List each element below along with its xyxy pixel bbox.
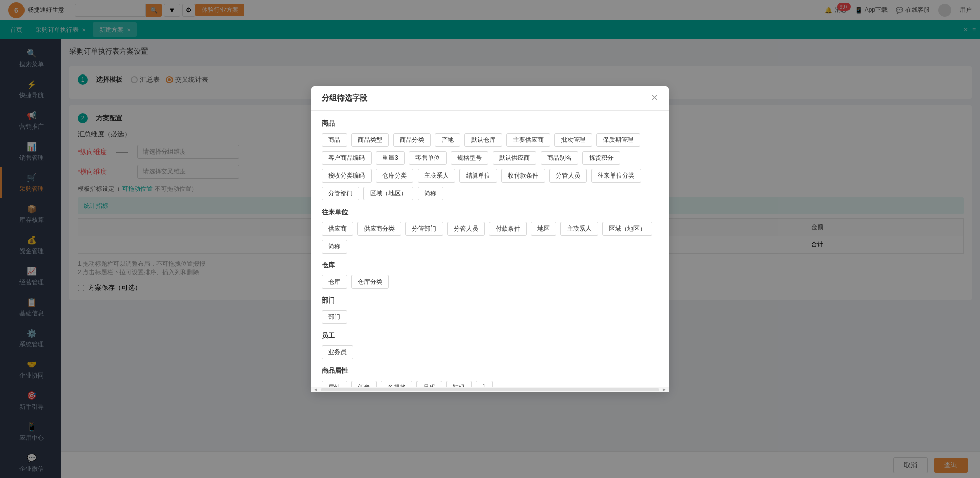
field-tag[interactable]: 分管部门: [405, 222, 443, 236]
field-tag[interactable]: 分管人员: [447, 222, 485, 236]
field-tag[interactable]: 主要供应商: [506, 133, 550, 147]
field-tag[interactable]: 商品: [322, 133, 347, 147]
field-tag[interactable]: 1: [476, 381, 493, 387]
field-tag[interactable]: 仓库分类: [351, 275, 389, 289]
field-tag[interactable]: 颜色: [351, 381, 377, 387]
field-tag[interactable]: 规格型号: [451, 151, 488, 165]
field-tag[interactable]: 结算单位: [459, 169, 497, 183]
field-tag[interactable]: 默认供应商: [493, 151, 536, 165]
field-tag[interactable]: 往来单位分类: [591, 169, 641, 183]
field-tag[interactable]: 批次管理: [554, 133, 592, 147]
field-tag[interactable]: 区域（地区）: [363, 187, 413, 200]
modal-horizontal-scrollbar[interactable]: ◄ ►: [311, 387, 669, 392]
field-tag[interactable]: 鞋码: [446, 381, 472, 387]
field-tag[interactable]: 仓库分类: [376, 169, 413, 183]
field-tag[interactable]: 税收分类编码: [322, 169, 372, 183]
modal-overlay: 分组待选字段 ✕ 商品 商品 商品类型 商品分类 产地 默认仓库 主要供应商 批…: [0, 0, 980, 478]
field-tag[interactable]: 供应商分类: [357, 222, 401, 236]
modal-title: 分组待选字段: [322, 93, 368, 103]
field-tag[interactable]: 仓库: [322, 275, 347, 289]
section-partner-title: 往来单位: [322, 208, 658, 217]
field-selection-modal: 分组待选字段 ✕ 商品 商品 商品类型 商品分类 产地 默认仓库 主要供应商 批…: [311, 86, 669, 392]
field-tag[interactable]: 属性: [322, 381, 347, 387]
field-grid-employee: 业务员: [322, 345, 658, 359]
field-tag[interactable]: 重量3: [376, 151, 405, 165]
field-tag[interactable]: 简称: [418, 187, 443, 200]
field-tag[interactable]: 付款条件: [489, 222, 527, 236]
field-tag[interactable]: 尺码: [416, 381, 442, 387]
field-tag[interactable]: 分管部门: [322, 187, 359, 200]
field-tag[interactable]: 多规格: [381, 381, 412, 387]
field-tag[interactable]: 收付款条件: [501, 169, 545, 183]
field-tag[interactable]: 业务员: [322, 345, 353, 359]
field-tag[interactable]: 区域（地区）: [602, 222, 652, 236]
field-tag[interactable]: 商品分类: [393, 133, 431, 147]
field-tag[interactable]: 默认仓库: [464, 133, 502, 147]
field-grid-warehouse: 仓库 仓库分类: [322, 275, 658, 289]
field-tag[interactable]: 产地: [435, 133, 460, 147]
field-tag[interactable]: 商品别名: [541, 151, 578, 165]
hscroll-track: [321, 388, 659, 391]
field-grid-department: 部门: [322, 310, 658, 324]
field-grid-goods: 商品 商品类型 商品分类 产地 默认仓库 主要供应商 批次管理 保质期管理 客户…: [322, 133, 658, 200]
field-tag[interactable]: 商品类型: [351, 133, 389, 147]
field-tag[interactable]: 分管人员: [549, 169, 587, 183]
field-grid-partner: 供应商 供应商分类 分管部门 分管人员 付款条件 地区 主联系人 区域（地区） …: [322, 222, 658, 254]
section-department-title: 部门: [322, 296, 658, 305]
field-tag[interactable]: 零售单位: [409, 151, 447, 165]
field-grid-product-attr: 属性 颜色 多规格 尺码 鞋码 1: [322, 381, 658, 387]
field-tag[interactable]: 简称: [322, 240, 347, 254]
field-tag[interactable]: 客户商品编码: [322, 151, 372, 165]
modal-body: 商品 商品 商品类型 商品分类 产地 默认仓库 主要供应商 批次管理 保质期管理…: [311, 111, 669, 387]
field-tag[interactable]: 拣货积分: [582, 151, 620, 165]
section-product-attr-title: 商品属性: [322, 366, 658, 375]
section-warehouse-title: 仓库: [322, 261, 658, 270]
section-goods-title: 商品: [322, 119, 658, 128]
modal-close-icon[interactable]: ✕: [651, 93, 658, 103]
field-tag[interactable]: 供应商: [322, 222, 353, 236]
section-employee-title: 员工: [322, 331, 658, 340]
field-tag[interactable]: 地区: [531, 222, 556, 236]
field-tag[interactable]: 保质期管理: [596, 133, 640, 147]
modal-header: 分组待选字段 ✕: [311, 86, 669, 111]
field-tag[interactable]: 主联系人: [418, 169, 455, 183]
field-tag[interactable]: 部门: [322, 310, 347, 324]
field-tag[interactable]: 主联系人: [560, 222, 598, 236]
